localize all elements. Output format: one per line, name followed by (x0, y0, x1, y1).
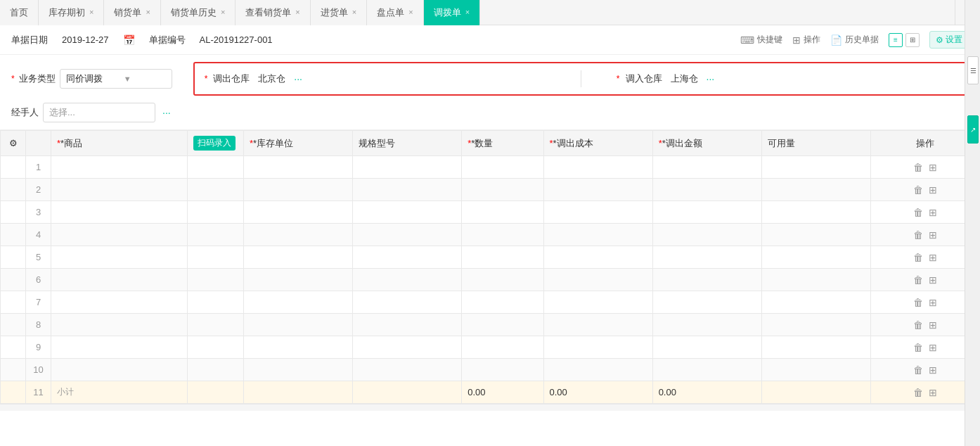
warehouse-out-star: * (205, 74, 208, 84)
tab-sales-history-close[interactable]: × (221, 8, 225, 16)
delete-icon-2[interactable]: 🗑 (913, 184, 923, 196)
copy-icon-1[interactable]: ⊞ (929, 162, 937, 173)
tab-inventory-init-close[interactable]: × (89, 8, 94, 16)
copy-icon-4[interactable]: ⊞ (929, 229, 937, 241)
tab-sales-history[interactable]: 销货单历史 × (161, 0, 236, 25)
handler-select[interactable]: 选择... (43, 103, 155, 122)
row-product-3[interactable] (51, 201, 188, 224)
copy-icon-8[interactable]: ⊞ (929, 319, 937, 331)
row-qty-10 (462, 359, 543, 381)
row-product-7[interactable] (51, 291, 188, 314)
warehouse-out-label: 调出仓库 (213, 72, 250, 85)
tab-purchase-label: 进货单 (321, 6, 348, 19)
tab-purchase-close[interactable]: × (352, 8, 356, 16)
action-icons-6: 🗑 ⊞ (877, 274, 974, 286)
delete-icon-6[interactable]: 🗑 (913, 274, 923, 286)
row-product-10[interactable] (51, 359, 188, 381)
tab-transfer[interactable]: 调拨单 × (424, 0, 480, 25)
operation-btn[interactable]: ⊞ 操作 (792, 34, 820, 46)
tab-home[interactable]: 首页 (0, 0, 39, 25)
col-amount-header: **调出金额 (652, 131, 761, 156)
copy-icon-6[interactable]: ⊞ (929, 274, 937, 286)
tab-inventory-close[interactable]: × (408, 8, 413, 16)
action-icons-4: 🗑 ⊞ (877, 229, 974, 241)
business-type-select[interactable]: 同价调拨 ▼ (60, 69, 172, 89)
handler-more-btn[interactable]: ··· (160, 107, 174, 118)
row-action-1: 🗑 ⊞ (870, 156, 979, 179)
row-unit-9 (243, 336, 352, 359)
delete-icon-11[interactable]: 🗑 (913, 387, 923, 398)
copy-icon-10[interactable]: ⊞ (929, 364, 937, 376)
warehouse-in-more-btn[interactable]: ··· (704, 73, 718, 84)
col-gear[interactable]: ⚙ (1, 131, 26, 156)
row-product-1[interactable] (51, 156, 188, 179)
delete-icon-1[interactable]: 🗑 (913, 162, 923, 173)
row-cost-5 (543, 246, 652, 269)
row-gear-6 (1, 269, 26, 291)
tab-sales[interactable]: 销货单 × (104, 0, 160, 25)
warehouse-out-more-btn[interactable]: ··· (291, 73, 305, 84)
copy-icon-3[interactable]: ⊞ (929, 207, 937, 218)
tab-inventory-init[interactable]: 库存期初 × (39, 0, 104, 25)
settings-button[interactable]: ⚙ 设置 (929, 31, 969, 49)
tab-inventory[interactable]: 盘点单 × (367, 0, 423, 25)
scrollbar[interactable] (0, 404, 980, 411)
row-num-9: 9 (26, 336, 51, 359)
delete-icon-7[interactable]: 🗑 (913, 297, 923, 308)
copy-icon-7[interactable]: ⊞ (929, 297, 937, 308)
row-product-2[interactable] (51, 179, 188, 201)
row-action-4: 🗑 ⊞ (870, 224, 979, 246)
business-type-dropdown-icon: ▼ (124, 75, 131, 83)
copy-icon-5[interactable]: ⊞ (929, 252, 937, 263)
row-product-5[interactable] (51, 246, 188, 269)
row-unit-7 (243, 291, 352, 314)
delete-icon-9[interactable]: 🗑 (913, 342, 923, 353)
shortcut-btn[interactable]: ⌨ 快捷键 (740, 34, 782, 46)
table-container: ⚙ **商品 扫码录入 **库存单位 规格型号 **数量 **调出成本 (0, 130, 980, 404)
business-type-star: * (11, 74, 15, 84)
warehouse-divider (581, 70, 581, 87)
delete-icon-8[interactable]: 🗑 (913, 319, 923, 331)
row-unit-5 (243, 246, 352, 269)
row-spec-1 (353, 156, 462, 179)
row-product-4[interactable] (51, 224, 188, 246)
row-spec-7 (353, 291, 462, 314)
tab-inventory-init-label: 库存期初 (49, 6, 85, 19)
history-btn[interactable]: 📄 历史单据 (830, 34, 879, 46)
layout-list-icon[interactable]: ≡ (889, 33, 903, 47)
delete-icon-4[interactable]: 🗑 (913, 229, 923, 241)
row-action-10: 🗑 ⊞ (870, 359, 979, 381)
row-product-6[interactable] (51, 269, 188, 291)
tab-view-sales[interactable]: 查看销货单 × (236, 0, 310, 25)
scan-btn[interactable]: 扫码录入 (193, 136, 236, 151)
copy-icon-11[interactable]: ⊞ (929, 387, 937, 398)
side-note-btn[interactable]: ☰ (967, 56, 979, 84)
side-export-btn[interactable]: ↗ (967, 115, 979, 144)
row-scan-1 (187, 156, 243, 179)
row-product-8[interactable] (51, 314, 188, 336)
delete-icon-3[interactable]: 🗑 (913, 207, 923, 218)
action-icons-9: 🗑 ⊞ (877, 342, 974, 353)
row-product-9[interactable] (51, 336, 188, 359)
tab-purchase[interactable]: 进货单 × (311, 0, 367, 25)
tab-sales-label: 销货单 (114, 6, 141, 19)
copy-icon-9[interactable]: ⊞ (929, 342, 937, 353)
layout-grid-icon[interactable]: ⊞ (905, 33, 920, 47)
table-row: 4 🗑 ⊞ (1, 224, 980, 246)
gear-icon[interactable]: ⚙ (9, 138, 18, 148)
row-num-7: 7 (26, 291, 51, 314)
row-scan-5 (187, 246, 243, 269)
subtotal-amount: 0.00 (659, 387, 676, 397)
copy-icon-2[interactable]: ⊞ (929, 184, 937, 196)
tab-transfer-close[interactable]: × (465, 8, 470, 16)
row-gear-9 (1, 336, 26, 359)
tab-view-sales-close[interactable]: × (295, 8, 299, 16)
delete-icon-10[interactable]: 🗑 (913, 364, 923, 376)
tab-sales-close[interactable]: × (146, 8, 150, 16)
row-unit-4 (243, 224, 352, 246)
row-spec-9 (353, 336, 462, 359)
calendar-icon[interactable]: 📅 (123, 34, 135, 46)
form-row-1: * 业务类型 同价调拨 ▼ * 调出仓库 北京仓 ··· * 调入仓库 (11, 62, 969, 96)
delete-icon-5[interactable]: 🗑 (913, 252, 923, 263)
action-icons-2: 🗑 ⊞ (877, 184, 974, 196)
